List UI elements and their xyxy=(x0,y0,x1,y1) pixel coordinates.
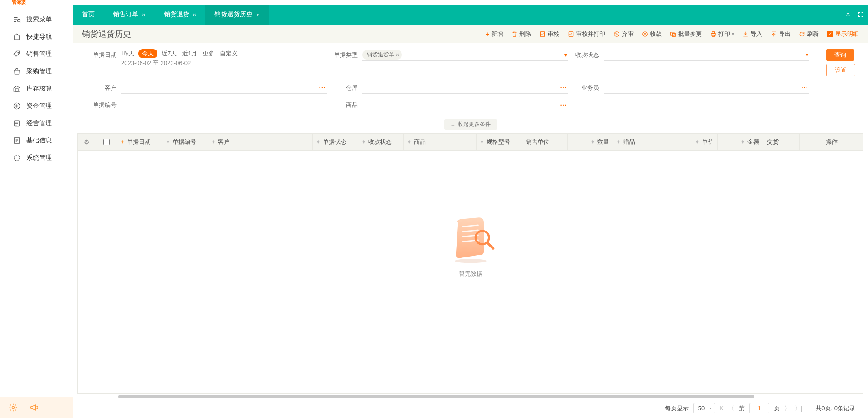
import-icon xyxy=(742,31,749,37)
filter-label: 仓库 xyxy=(327,82,362,92)
tag-remove-icon[interactable]: × xyxy=(396,52,399,58)
megaphone-icon[interactable] xyxy=(29,403,39,413)
th-receive-status[interactable]: ▲▼收款状态 xyxy=(358,134,404,150)
first-page-button[interactable]: K xyxy=(720,405,724,412)
sidebar-item-label: 搜索菜单 xyxy=(26,15,52,24)
sidebar-item-purchase[interactable]: 采购管理 xyxy=(0,63,73,80)
filter-label: 客户 xyxy=(86,82,121,92)
sidebar-item-label: 资金管理 xyxy=(26,102,52,110)
tab-sales-return[interactable]: 销货退货 × xyxy=(155,5,206,25)
import-button[interactable]: 导入 xyxy=(742,30,762,38)
audit-button[interactable]: 审核 xyxy=(539,30,559,38)
ellipsis-icon[interactable]: ··· xyxy=(560,101,567,109)
th-amount[interactable]: ▲▼金额 xyxy=(718,134,763,150)
audit-print-button[interactable]: 审核并打印 xyxy=(568,30,605,38)
horizontal-scrollbar[interactable] xyxy=(77,395,863,399)
close-icon[interactable]: × xyxy=(142,11,146,18)
bag-icon xyxy=(13,67,21,76)
prev-page-button[interactable]: 〈 xyxy=(728,404,734,413)
check-doc-icon xyxy=(568,31,574,37)
th-bill-date[interactable]: ▲▼单据日期 xyxy=(117,134,162,150)
settings-button[interactable]: 设置 xyxy=(826,64,855,76)
add-button[interactable]: + 新增 xyxy=(486,30,503,38)
date-link-yesterday[interactable]: 昨天 xyxy=(121,49,136,58)
th-gift[interactable]: ▲▼赠品 xyxy=(613,134,672,150)
tab-sales-return-history[interactable]: 销货退货历史 × xyxy=(205,5,269,25)
receive-status-input[interactable]: ▾ xyxy=(604,49,809,61)
date-link-1month[interactable]: 近1月 xyxy=(181,49,198,58)
tab-label: 首页 xyxy=(82,10,95,19)
sidebar-item-label: 经营管理 xyxy=(26,119,52,127)
filter-billno: 单据编号 xyxy=(86,99,327,111)
sidebar-item-inventory[interactable]: 库存核算 xyxy=(0,80,73,97)
filter-actions: 查询 设置 xyxy=(826,49,855,76)
sidebar-item-finance[interactable]: 资金管理 xyxy=(0,97,73,115)
show-detail-toggle[interactable]: ✓ 显示明细 xyxy=(827,30,859,38)
th-settings[interactable]: ⚙ xyxy=(78,134,96,150)
date-link-custom[interactable]: 自定义 xyxy=(218,49,239,58)
close-icon[interactable]: × xyxy=(193,11,197,18)
export-button[interactable]: 导出 xyxy=(771,30,791,38)
tab-sales-order[interactable]: 销售订单 × xyxy=(104,5,155,25)
abandon-button[interactable]: 弃审 xyxy=(614,30,634,38)
sort-icon: ▲▼ xyxy=(121,140,124,144)
customer-input[interactable]: ··· xyxy=(121,82,327,94)
close-all-tabs-button[interactable]: × xyxy=(843,9,853,20)
close-icon[interactable]: × xyxy=(256,11,260,18)
filter-label: 单据编号 xyxy=(86,99,121,109)
date-link-more[interactable]: 更多 xyxy=(201,49,216,58)
sidebar-item-quick-nav[interactable]: 快捷导航 xyxy=(0,28,73,45)
sort-icon: ▲▼ xyxy=(480,140,484,144)
sidebar-item-system[interactable]: 系统管理 xyxy=(0,149,73,166)
plus-icon: + xyxy=(486,30,489,38)
sidebar-item-sales[interactable]: 销售管理 xyxy=(0,45,73,63)
collapse-filters-button[interactable]: ︽ 收起更多条件 xyxy=(444,119,497,130)
date-link-7days[interactable]: 近7天 xyxy=(160,49,178,58)
salesman-input[interactable]: ··· xyxy=(604,82,809,94)
fullscreen-icon[interactable] xyxy=(856,10,865,19)
ellipsis-icon[interactable]: ··· xyxy=(319,84,326,91)
th-delivery[interactable]: 交货 xyxy=(763,134,800,150)
delete-button[interactable]: 删除 xyxy=(511,30,531,38)
last-page-button[interactable]: 〉| xyxy=(795,404,802,413)
tab-home[interactable]: 首页 xyxy=(73,5,104,25)
sidebar-item-search-menu[interactable]: 搜索菜单 xyxy=(0,11,73,28)
sidebar-footer xyxy=(0,397,73,418)
th-price[interactable]: ▲▼单价 xyxy=(672,134,718,150)
th-qty[interactable]: ▲▼数量 xyxy=(568,134,613,150)
trash-icon xyxy=(511,31,518,37)
th-sale-unit[interactable]: 销售单位 xyxy=(522,134,568,150)
svg-point-23 xyxy=(455,259,487,263)
warehouse-input[interactable]: ··· xyxy=(362,82,568,94)
ellipsis-icon[interactable]: ··· xyxy=(801,84,808,91)
scrollbar-thumb[interactable] xyxy=(118,395,754,398)
svg-line-4 xyxy=(20,22,21,23)
th-bill-no[interactable]: ▲▼单据编号 xyxy=(162,134,208,150)
date-link-today[interactable]: 今天 xyxy=(138,49,157,58)
batch-button[interactable]: 批量变更 xyxy=(670,30,702,38)
billno-input[interactable] xyxy=(121,99,327,111)
sidebar-item-business[interactable]: 经营管理 xyxy=(0,115,73,132)
next-page-button[interactable]: 〉 xyxy=(784,404,790,413)
page-size-select[interactable]: 50 ▾ xyxy=(693,403,715,413)
type-input[interactable]: 销货退货单 × ▾ xyxy=(362,49,568,61)
query-button[interactable]: 查询 xyxy=(826,49,854,61)
chevron-down-icon[interactable]: ▾ xyxy=(806,52,808,58)
print-button[interactable]: 打印 ▾ xyxy=(710,30,734,38)
receive-button[interactable]: 收款 xyxy=(642,30,662,38)
th-bill-status[interactable]: ▲▼单据状态 xyxy=(313,134,358,150)
th-product[interactable]: ▲▼商品 xyxy=(404,134,477,150)
chevron-down-icon[interactable]: ▾ xyxy=(564,52,567,58)
page-input[interactable] xyxy=(749,403,769,413)
ellipsis-icon[interactable]: ··· xyxy=(560,84,567,91)
select-all-checkbox[interactable] xyxy=(103,139,110,145)
gear-icon[interactable] xyxy=(8,403,18,413)
sidebar-item-basic-info[interactable]: 基础信息 xyxy=(0,132,73,149)
page-word: 第 xyxy=(739,404,745,413)
warehouse-icon xyxy=(13,85,21,93)
sidebar: 搜索菜单 快捷导航 销售管理 采购管理 xyxy=(0,5,73,418)
th-checkbox[interactable] xyxy=(96,134,117,150)
th-customer[interactable]: ▲▼客户 xyxy=(208,134,313,150)
product-input[interactable]: ··· xyxy=(362,99,568,111)
th-spec[interactable]: ▲▼规格型号 xyxy=(477,134,522,150)
